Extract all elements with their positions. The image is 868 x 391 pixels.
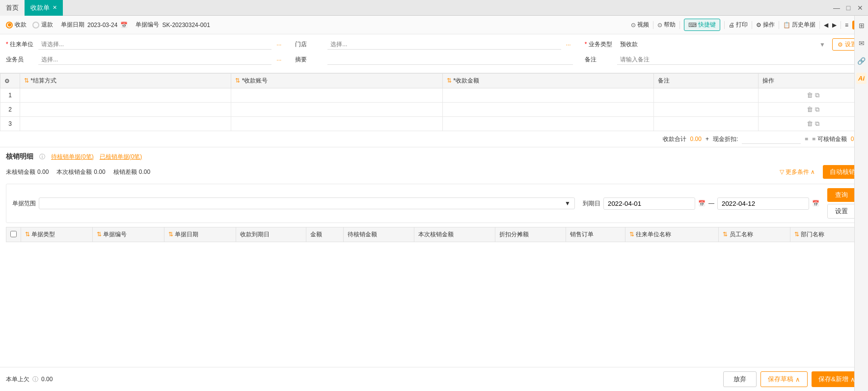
history-button[interactable]: 📋 历史单据 (783, 21, 815, 29)
minimize-button[interactable]: — (833, 4, 841, 12)
copy-row-1-button[interactable]: ⧉ (815, 91, 819, 99)
cell-settlement-2[interactable] (20, 103, 231, 117)
bottom-info-label: 本单上欠 (6, 375, 29, 384)
table-settings-header[interactable]: ⚙ (0, 74, 20, 88)
col-staff-name: ⇅ 员工名称 (719, 227, 790, 242)
date-calendar-to-icon[interactable]: 📅 (812, 200, 819, 207)
shop-more-icon[interactable]: ··· (564, 41, 573, 48)
cell-note-1[interactable] (654, 88, 759, 103)
verify-help-icon[interactable]: ⓘ (39, 153, 45, 161)
cell-amount-2[interactable] (442, 103, 653, 117)
party-input[interactable] (38, 39, 271, 50)
verify-table: ⇅ 单据类型 ⇅ 单据编号 ⇅ 单据日期 收款到期日 金额 待核销金额 本次核销… (6, 227, 862, 242)
radio-shoukuan[interactable]: 收款 (6, 21, 27, 29)
form-row-1: 往来单位 ··· 门店 ··· 业务类型 预收款 ▼ ⚙ 设置 (6, 38, 862, 51)
staff-more-icon[interactable]: ··· (274, 56, 283, 63)
col-account: ⇅ *收款账号 (231, 74, 442, 88)
save-draft-chevron-icon: ∧ (795, 376, 800, 383)
abstract-label: 摘要 (295, 56, 325, 64)
col-dept-name: ⇅ 部门名称 (790, 227, 862, 242)
delete-row-2-button[interactable]: 🗑 (807, 106, 813, 113)
col-sales-order: 销售订单 (566, 227, 625, 242)
save-draft-button[interactable]: 保存草稿 ∧ (760, 371, 808, 387)
row-num-3: 3 (0, 117, 20, 131)
tab-close-icon[interactable]: ✕ (53, 4, 57, 11)
discount-input[interactable] (742, 134, 801, 144)
copy-row-3-button[interactable]: ⧉ (815, 120, 819, 128)
cell-note-3[interactable] (654, 117, 759, 131)
shortcut-button[interactable]: ⌨ 快捷键 (684, 19, 720, 31)
filter-settings-button[interactable]: 设置 (827, 204, 856, 219)
toolbar-right: ⊙ 视频 ⊙ 帮助 ⌨ 快捷键 🖨 打印 ⚙ 操作 (631, 19, 862, 31)
prev-button[interactable]: ◀ (824, 22, 828, 28)
unverified-stat: 未核销金额 0.00 (6, 168, 49, 176)
help-label: 帮助 (664, 21, 676, 29)
tab-home[interactable]: 首页 (0, 0, 25, 16)
party-more-icon[interactable]: ··· (274, 41, 283, 48)
divider5 (779, 21, 779, 29)
cell-amount-3[interactable] (442, 117, 653, 131)
biz-type-dropdown-icon[interactable]: ▼ (819, 41, 825, 48)
abstract-input[interactable] (327, 55, 572, 65)
help-button[interactable]: ⊙ 帮助 (657, 21, 676, 29)
pending-tab-link[interactable]: 待核销单据(0笔) (51, 153, 94, 161)
row-num-1: 1 (0, 88, 20, 103)
due-date-to-input[interactable] (717, 197, 809, 210)
col-pending-amount: 待核销金额 (344, 227, 414, 242)
cell-amount-1[interactable] (442, 88, 653, 103)
right-sidebar: ⊞ ✉ 🔗 Ai (854, 16, 868, 391)
select-all-checkbox[interactable] (10, 231, 17, 237)
bottom-info: 本单上欠 ⓘ 0.00 (6, 375, 53, 384)
col-due-date: 收款到期日 (236, 227, 306, 242)
table-row: 2 🗑 ⧉ (0, 103, 868, 117)
bill-no-label: 单据编号 (136, 21, 159, 29)
cell-settlement-3[interactable] (20, 117, 231, 131)
staff-input[interactable] (38, 55, 271, 65)
more-conditions-button[interactable]: ▽ 更多条件 ∧ (780, 168, 815, 176)
list-view-button[interactable]: ≡ (845, 22, 848, 28)
cell-note-2[interactable] (654, 103, 759, 117)
sidebar-link-icon[interactable]: 🔗 (855, 55, 868, 67)
done-tab-link[interactable]: 已核销单据(0笔) (100, 153, 142, 161)
delete-row-1-button[interactable]: 🗑 (807, 91, 813, 99)
col-checkbox[interactable] (6, 227, 21, 242)
due-date-from-input[interactable] (603, 197, 695, 210)
shop-input[interactable] (327, 39, 561, 50)
divider7 (841, 21, 841, 29)
cell-account-2[interactable] (231, 103, 442, 117)
bottom-actions: 放弃 保存草稿 ∧ 保存&新增 ∧ (723, 371, 862, 387)
verify-title: 核销明细 (6, 152, 33, 161)
query-button[interactable]: 查询 (827, 188, 856, 202)
cell-account-3[interactable] (231, 117, 442, 131)
range-select[interactable]: ▼ (39, 197, 575, 209)
sidebar-mail-icon[interactable]: ✉ (857, 37, 867, 49)
cell-settlement-1[interactable] (20, 88, 231, 103)
tab-bar: 首页 收款单 ✕ — □ ✕ (0, 0, 868, 16)
copy-row-2-button[interactable]: ⧉ (815, 106, 819, 113)
divider6 (819, 21, 820, 29)
close-button[interactable]: ✕ (856, 4, 864, 12)
bill-no-value: SK-20230324-001 (162, 22, 210, 28)
abandon-button[interactable]: 放弃 (723, 371, 757, 387)
radio-tuikuan[interactable]: 退款 (32, 21, 53, 29)
tab-receipt[interactable]: 收款单 ✕ (25, 0, 63, 16)
next-button[interactable]: ▶ (832, 22, 837, 28)
video-button[interactable]: ⊙ 视频 (631, 21, 649, 29)
date-calendar-from-icon[interactable]: 📅 (698, 200, 705, 207)
divider1 (653, 21, 653, 29)
biz-type-label: 业务类型 (585, 40, 614, 49)
date-field: 单据日期 2023-03-24 📅 (61, 21, 128, 29)
cell-account-1[interactable] (231, 88, 442, 103)
delete-row-3-button[interactable]: 🗑 (807, 120, 813, 128)
main-content: 收款 退款 单据日期 2023-03-24 📅 单据编号 SK-20230324… (0, 16, 868, 391)
operate-button[interactable]: ⚙ 操作 (756, 21, 775, 29)
calendar-icon[interactable]: 📅 (120, 22, 128, 28)
print-button[interactable]: 🖨 打印 (729, 21, 748, 29)
row-num-2: 2 (0, 103, 20, 117)
maximize-button[interactable]: □ (844, 4, 852, 12)
due-date-label: 到期日 (583, 199, 600, 208)
sidebar-ai-icon[interactable]: Ai (856, 73, 867, 84)
staff-label: 业务员 (6, 56, 35, 64)
sidebar-table-icon[interactable]: ⊞ (857, 20, 867, 31)
note-input[interactable] (617, 55, 862, 65)
